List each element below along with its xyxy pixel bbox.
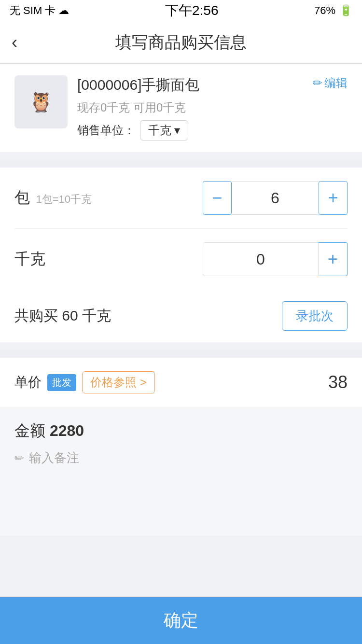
pencil-icon: ✏ — [14, 451, 24, 465]
status-bar: 无 SIM 卡 ☁ 下午2:56 76% 🔋 — [0, 0, 362, 21]
remark-placeholder: 输入备注 — [29, 449, 79, 466]
spacer — [0, 535, 362, 597]
amount-value: 2280 — [50, 422, 84, 439]
kg-input[interactable] — [203, 242, 319, 276]
bag-input-row: 包 1包=10千克 − + — [14, 168, 348, 229]
kg-increment-button[interactable]: + — [319, 242, 348, 276]
kg-input-row: 千克 + — [14, 229, 348, 290]
bag-label: 包 — [14, 189, 30, 206]
price-reference-button[interactable]: 价格参照 > — [82, 371, 155, 393]
unit-value: 千克 — [148, 123, 171, 138]
total-section: 共购买 60 千克 录批次 — [0, 290, 362, 342]
product-unit-row: 销售单位： 千克 ▾ — [77, 120, 348, 140]
batch-button[interactable]: 录批次 — [282, 301, 348, 331]
unit-prefix-label: 销售单位： — [77, 123, 135, 138]
price-label-group: 单价 批发 价格参照 > — [14, 371, 155, 393]
remark-row[interactable]: ✏ 输入备注 — [14, 449, 348, 466]
product-info: [0000006]手撕面包 ✏ 编辑 现存0千克 可用0千克 销售单位： 千克 … — [77, 75, 348, 140]
edit-label: 编辑 — [324, 75, 348, 91]
sim-label: 无 SIM 卡 ☁ — [10, 3, 69, 18]
divider-2 — [0, 350, 362, 358]
bag-input[interactable] — [232, 181, 319, 215]
product-image: 🦉 — [14, 75, 68, 128]
page-title: 填写商品购买信息 — [115, 31, 247, 54]
unit-select[interactable]: 千克 ▾ — [140, 120, 188, 140]
amount-prefix: 金额 — [14, 422, 45, 439]
price-section: 单价 批发 价格参照 > 38 — [0, 358, 362, 407]
edit-icon: ✏ — [313, 76, 322, 90]
battery-label: 76% — [314, 4, 335, 17]
bag-input-section: 包 1包=10千克 − + 千克 + — [0, 168, 362, 290]
amount-label: 金额 2280 — [14, 420, 348, 442]
product-stock: 现存0千克 可用0千克 — [77, 100, 348, 115]
price-badge: 批发 — [47, 374, 76, 391]
status-time: 下午2:56 — [165, 1, 219, 20]
bag-stepper: − + — [203, 181, 348, 215]
bag-sublabel: 1包=10千克 — [36, 193, 92, 205]
status-right: 76% 🔋 — [314, 4, 352, 17]
product-card: 🦉 [0000006]手撕面包 ✏ 编辑 现存0千克 可用0千克 销售单位： 千… — [0, 64, 362, 152]
bag-label-group: 包 1包=10千克 — [14, 187, 92, 209]
status-left: 无 SIM 卡 ☁ — [10, 3, 69, 18]
nav-bar: ‹ 填写商品购买信息 — [0, 21, 362, 64]
product-thumbnail-icon: 🦉 — [29, 91, 53, 113]
total-label: 共购买 60 千克 — [14, 306, 111, 326]
divider-1 — [0, 160, 362, 168]
bag-increment-button[interactable]: + — [319, 181, 348, 215]
price-value: 38 — [328, 372, 348, 392]
price-label: 单价 — [14, 373, 42, 392]
chevron-down-icon: ▾ — [174, 124, 180, 137]
kg-stepper: + — [203, 242, 348, 276]
edit-button[interactable]: ✏ 编辑 — [313, 75, 348, 91]
back-button[interactable]: ‹ — [12, 32, 17, 53]
bag-decrement-button[interactable]: − — [203, 181, 232, 215]
battery-icon: 🔋 — [339, 4, 352, 17]
product-name: [0000006]手撕面包 — [77, 75, 199, 95]
kg-label: 千克 — [14, 249, 45, 270]
amount-section: 金额 2280 ✏ 输入备注 — [0, 407, 362, 535]
confirm-button[interactable]: 确定 — [0, 597, 362, 644]
